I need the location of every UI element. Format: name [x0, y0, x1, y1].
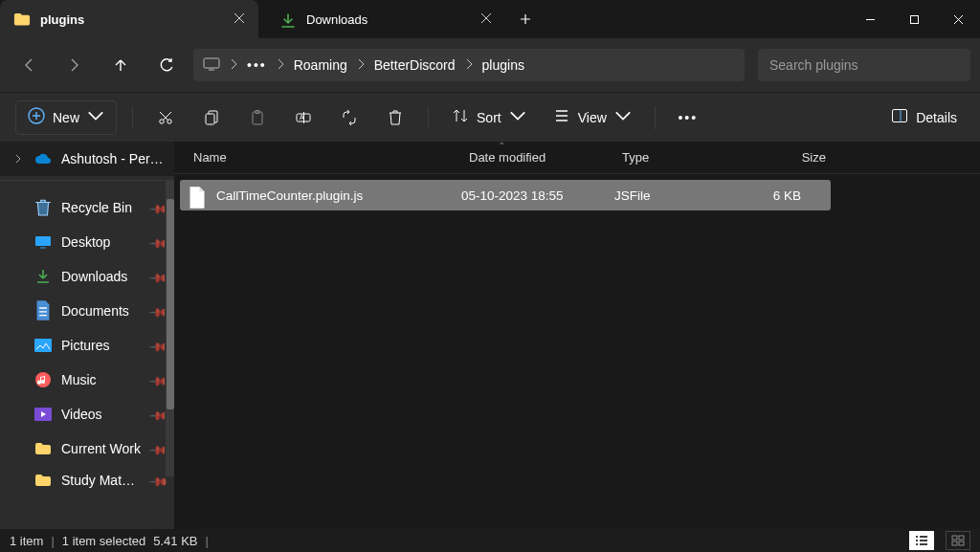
- sidebar-item-pictures[interactable]: Pictures 📌: [0, 328, 174, 363]
- copy-button[interactable]: [194, 100, 229, 135]
- address-bar[interactable]: ••• Roaming BetterDiscord plugins: [193, 49, 745, 81]
- sidebar-item-music[interactable]: Music 📌: [0, 363, 174, 397]
- sidebar-label: Downloads: [61, 269, 142, 284]
- toolbar-divider: [132, 106, 133, 129]
- refresh-button[interactable]: [147, 46, 186, 84]
- music-icon: [34, 371, 52, 388]
- sidebar-label: Videos: [61, 407, 142, 422]
- paste-button[interactable]: [240, 100, 275, 135]
- plus-circle-icon: [28, 107, 45, 127]
- close-window-button[interactable]: [936, 0, 980, 38]
- chevron-right-icon[interactable]: [230, 57, 237, 73]
- status-selection: 1 item selected: [62, 534, 145, 548]
- recycle-bin-icon: [34, 199, 52, 216]
- sidebar-label: Pictures: [61, 338, 142, 353]
- sidebar: Ashutosh - Personal Recycle Bin 📌 Deskto…: [0, 142, 174, 529]
- svg-rect-17: [952, 541, 957, 545]
- details-pane-button[interactable]: Details: [883, 100, 965, 135]
- minimize-button[interactable]: [848, 0, 892, 38]
- sort-indicator-icon: ⌃: [498, 141, 505, 151]
- overflow-crumb-icon[interactable]: •••: [247, 57, 267, 73]
- download-icon: [279, 12, 297, 26]
- svg-rect-15: [952, 536, 957, 540]
- svg-rect-1: [204, 58, 219, 68]
- chevron-down-icon: [614, 107, 632, 127]
- new-button[interactable]: New: [15, 100, 117, 135]
- svg-rect-10: [893, 110, 907, 122]
- sidebar-item-onedrive[interactable]: Ashutosh - Personal: [0, 142, 174, 176]
- breadcrumb-item[interactable]: Roaming: [294, 57, 347, 73]
- sidebar-item-folder[interactable]: Study Material 📌: [0, 466, 174, 495]
- folder-icon: [34, 440, 52, 457]
- download-icon: [34, 268, 52, 285]
- sort-label: Sort: [477, 110, 501, 125]
- column-header-type[interactable]: Type: [616, 150, 746, 165]
- breadcrumb-item[interactable]: BetterDiscord: [374, 57, 456, 73]
- close-icon[interactable]: [234, 12, 245, 27]
- chevron-right-icon[interactable]: [465, 57, 473, 73]
- documents-icon: [34, 302, 52, 320]
- file-size: 6 KB: [744, 188, 801, 203]
- videos-icon: [34, 406, 52, 423]
- folder-icon: [34, 472, 52, 489]
- chevron-right-icon[interactable]: [277, 57, 284, 73]
- sidebar-scrollbar[interactable]: [165, 180, 174, 476]
- file-row[interactable]: CallTimeCounter.plugin.js 05-10-2023 18:…: [180, 180, 831, 210]
- svg-rect-5: [206, 114, 214, 124]
- view-mode-icons-button[interactable]: [946, 531, 970, 550]
- folder-icon: [13, 12, 31, 26]
- sidebar-item-downloads[interactable]: Downloads 📌: [0, 259, 174, 294]
- sidebar-item-desktop[interactable]: Desktop 📌: [0, 225, 174, 259]
- delete-button[interactable]: [378, 100, 412, 135]
- sidebar-divider: [0, 180, 174, 181]
- sort-icon: [452, 107, 469, 127]
- column-header-name[interactable]: Name: [188, 150, 463, 165]
- svg-rect-12: [34, 339, 52, 352]
- sort-button[interactable]: Sort: [444, 100, 534, 135]
- sidebar-item-recycle-bin[interactable]: Recycle Bin 📌: [0, 190, 174, 225]
- breadcrumb-item[interactable]: plugins: [482, 57, 524, 73]
- chevron-down-icon: [87, 107, 104, 127]
- file-date: 05-10-2023 18:55: [461, 188, 614, 203]
- scrollbar-thumb[interactable]: [167, 199, 174, 409]
- status-size: 5.41 KB: [153, 534, 197, 548]
- close-icon[interactable]: [480, 12, 492, 27]
- sidebar-item-folder[interactable]: Current Work 📌: [0, 431, 174, 466]
- file-icon: [188, 186, 207, 205]
- sidebar-label: Desktop: [61, 234, 142, 250]
- back-button[interactable]: [10, 46, 48, 84]
- maximize-button[interactable]: [892, 0, 936, 38]
- svg-rect-18: [959, 541, 964, 545]
- column-header-size[interactable]: Size: [746, 150, 832, 165]
- cut-button[interactable]: [148, 100, 183, 135]
- view-mode-details-button[interactable]: [909, 531, 934, 550]
- chevron-right-icon[interactable]: [13, 151, 25, 166]
- file-type: JSFile: [614, 188, 744, 203]
- new-label: New: [53, 110, 79, 125]
- this-pc-icon: [203, 57, 220, 74]
- tab-plugins[interactable]: plugins: [0, 0, 258, 38]
- column-header-date[interactable]: Date modified: [463, 150, 616, 165]
- sidebar-item-videos[interactable]: Videos 📌: [0, 397, 174, 431]
- svg-rect-16: [959, 536, 964, 540]
- sidebar-label: Recycle Bin: [61, 200, 142, 215]
- tab-downloads[interactable]: Downloads: [266, 0, 505, 38]
- status-item-count: 1 item: [10, 534, 43, 548]
- search-placeholder: Search plugins: [769, 57, 858, 73]
- rename-button[interactable]: A: [286, 100, 321, 135]
- up-button[interactable]: [101, 46, 140, 84]
- new-tab-button[interactable]: [509, 13, 542, 25]
- column-headers: Name Date modified Type Size ⌃: [174, 142, 980, 174]
- details-label: Details: [916, 110, 957, 125]
- search-input[interactable]: Search plugins: [758, 49, 970, 81]
- chevron-right-icon[interactable]: [357, 57, 365, 73]
- sidebar-item-documents[interactable]: Documents 📌: [0, 294, 174, 328]
- view-button[interactable]: View: [546, 100, 639, 135]
- svg-text:A: A: [300, 114, 304, 121]
- cloud-icon: [34, 150, 52, 167]
- share-button[interactable]: [332, 100, 367, 135]
- desktop-icon: [34, 233, 52, 251]
- svg-rect-11: [35, 236, 51, 246]
- more-button[interactable]: •••: [671, 100, 705, 135]
- forward-button[interactable]: [56, 46, 94, 84]
